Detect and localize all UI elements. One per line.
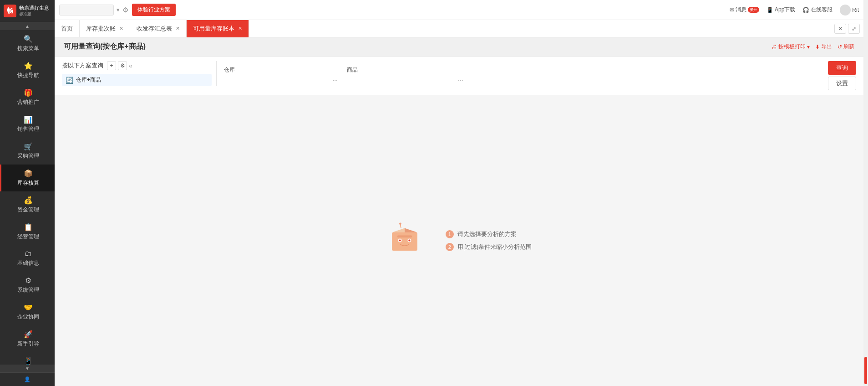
query-top: 按以下方案查询 + ⚙ « 🔄 仓库+商品	[55, 57, 863, 95]
sidebar-bottom[interactable]: 👤	[0, 372, 55, 386]
search-input[interactable]	[59, 5, 114, 15]
sidebar-item-shortcut[interactable]: ⭐ 快捷导航	[0, 57, 55, 84]
tab-home-label: 首页	[61, 25, 73, 33]
scheme-item-label: 仓库+商品	[76, 76, 101, 84]
sidebar-item-label: 快捷导航	[17, 72, 39, 79]
warehouse-input-wrapper: ···	[224, 75, 338, 85]
headset-icon: 🎧	[802, 7, 809, 13]
empty-hints: 1 请先选择要分析的方案 2 用[过滤]条件来缩小分析范围	[446, 230, 532, 251]
customer-service-button[interactable]: 🎧 在线客服	[802, 6, 832, 14]
hint-item-1: 1 请先选择要分析的方案	[446, 230, 532, 238]
tabs-bar: 首页 库存批次账 ✕ 收发存汇总表 ✕ 可用量库存账本 ✕ ✕ ⤢	[55, 20, 863, 37]
svg-line-6	[400, 224, 401, 228]
sidebar-item-system[interactable]: ⚙ 系统管理	[0, 272, 55, 299]
query-scheme-header: 按以下方案查询 + ⚙ «	[62, 61, 212, 70]
scrollbar-thumb[interactable]	[864, 357, 867, 384]
sidebar-scroll-down[interactable]: ▼	[0, 365, 55, 372]
query-actions: 查询 设置	[828, 61, 856, 90]
print-button[interactable]: 🖨 按模板打印 ▾	[772, 43, 810, 51]
app-label: App下载	[775, 6, 795, 14]
scheme-item-warehouse-goods[interactable]: 🔄 仓库+商品	[62, 74, 212, 86]
hint-text-1: 请先选择要分析的方案	[457, 230, 517, 238]
money-icon: 💰	[24, 196, 33, 205]
handshake-icon: 🤝	[24, 303, 33, 312]
phone-icon: 📱	[766, 7, 773, 13]
sidebar-item-business[interactable]: 📋 经营管理	[0, 218, 55, 245]
right-scrollbar	[863, 0, 868, 386]
message-button[interactable]: ✉ 消息 99+	[730, 6, 759, 14]
svg-rect-0	[392, 232, 417, 251]
topbar-right: ✉ 消息 99+ 📱 App下载 🎧 在线客服 Rit	[730, 5, 859, 15]
warehouse-input[interactable]	[224, 77, 330, 83]
add-scheme-button[interactable]: +	[107, 61, 116, 70]
settings-icon[interactable]: ⚙	[122, 6, 128, 14]
tabs-actions: ✕ ⤢	[834, 24, 863, 34]
settings-scheme-button[interactable]: ⚙	[118, 61, 127, 70]
tab-close-batch-account[interactable]: ✕	[119, 26, 123, 31]
svg-point-7	[399, 222, 401, 225]
sidebar-item-newbie[interactable]: 🚀 新手引导	[0, 325, 55, 352]
tab-batch-account[interactable]: 库存批次账 ✕	[80, 20, 130, 37]
topbar: ▾ ⚙ 体验行业方案 ✉ 消息 99+ 📱 App下载 🎧 在线客服 Rit	[55, 0, 863, 20]
page-header: 可用量查询(按仓库+商品) 🖨 按模板打印 ▾ ⬇ 导出 ↺ 刷新	[55, 37, 863, 57]
sidebar-item-inventory[interactable]: 📦 库存核算	[0, 165, 55, 191]
message-badge: 99+	[748, 7, 759, 13]
collapse-button[interactable]: «	[129, 62, 132, 69]
sidebar-item-sales[interactable]: 📊 销售管理	[0, 111, 55, 138]
sidebar-bottom-icon: 👤	[24, 376, 30, 382]
tab-available-ledger-label: 可用量库存账本	[193, 25, 234, 33]
avatar	[840, 5, 851, 15]
sidebar-scroll-up[interactable]: ▲	[0, 22, 55, 30]
chart-icon: 📊	[24, 115, 33, 124]
user-menu[interactable]: Rit	[840, 5, 859, 15]
tab-close-all-button[interactable]: ✕	[834, 24, 846, 34]
export-button[interactable]: ⬇ 导出	[815, 43, 832, 51]
box-icon: 📦	[24, 169, 33, 178]
refresh-icon: ↺	[838, 44, 842, 50]
print-label: 按模板打印	[778, 43, 806, 51]
search-icon: 🔍	[24, 35, 33, 43]
sidebar-item-basic[interactable]: 🗂 基础信息	[0, 245, 55, 272]
sidebar-item-enterprise[interactable]: 🤝 企业协同	[0, 299, 55, 325]
query-left: 按以下方案查询 + ⚙ « 🔄 仓库+商品	[62, 61, 217, 86]
warehouse-label: 仓库	[224, 66, 338, 74]
dropdown-icon[interactable]: ▾	[117, 6, 120, 13]
sidebar-item-finance[interactable]: 💰 资金管理	[0, 191, 55, 218]
clipboard-icon: 📋	[24, 223, 33, 232]
goods-input[interactable]	[347, 77, 456, 83]
refresh-button[interactable]: ↺ 刷新	[838, 43, 854, 51]
industry-button[interactable]: 体验行业方案	[132, 4, 176, 16]
tab-close-available-ledger[interactable]: ✕	[238, 26, 242, 31]
warehouse-more-icon[interactable]: ···	[332, 76, 338, 83]
gift-icon: 🎁	[24, 88, 33, 97]
sidebar-item-search[interactable]: 🔍 搜索菜单	[0, 30, 55, 57]
empty-state: 1 请先选择要分析的方案 2 用[过滤]条件来缩小分析范围	[55, 95, 863, 386]
rocket-icon: 🚀	[24, 330, 33, 339]
empty-state-inner: 1 请先选择要分析的方案 2 用[过滤]条件来缩小分析范围	[386, 218, 532, 263]
sidebar-item-label: 经营管理	[17, 233, 39, 241]
hint-text-2: 用[过滤]条件来缩小分析范围	[457, 243, 532, 251]
svg-point-5	[408, 240, 410, 242]
tab-income-summary-label: 收发存汇总表	[137, 25, 172, 33]
logo-name: 畅康通好生意	[19, 5, 49, 11]
page-header-actions: 🖨 按模板打印 ▾ ⬇ 导出 ↺ 刷新	[772, 43, 854, 51]
sidebar-item-purchase[interactable]: 🛒 采购管理	[0, 138, 55, 165]
export-icon: ⬇	[815, 44, 820, 50]
settings-button[interactable]: 设置	[828, 77, 856, 90]
sidebar-item-appstore[interactable]: 📱 应用中心	[0, 352, 55, 365]
tab-close-income-summary[interactable]: ✕	[176, 26, 180, 31]
tab-available-ledger[interactable]: 可用量库存账本 ✕	[187, 20, 249, 37]
query-fields: 仓库 ··· 商品 ···	[224, 61, 856, 90]
svg-rect-1	[397, 235, 412, 237]
app-download-button[interactable]: 📱 App下载	[766, 6, 795, 14]
gear-icon: ⚙	[25, 276, 31, 285]
tab-home[interactable]: 首页	[55, 20, 80, 37]
sidebar-item-marketing[interactable]: 🎁 营销推广	[0, 84, 55, 111]
query-panel: 按以下方案查询 + ⚙ « 🔄 仓库+商品	[55, 57, 863, 95]
tab-income-summary[interactable]: 收发存汇总表 ✕	[130, 20, 187, 37]
query-right: 仓库 ··· 商品 ···	[217, 61, 856, 90]
tab-expand-button[interactable]: ⤢	[848, 24, 860, 34]
query-button[interactable]: 查询	[828, 61, 856, 75]
goods-more-icon[interactable]: ···	[458, 76, 463, 83]
sidebar-item-label: 采购管理	[17, 152, 39, 160]
